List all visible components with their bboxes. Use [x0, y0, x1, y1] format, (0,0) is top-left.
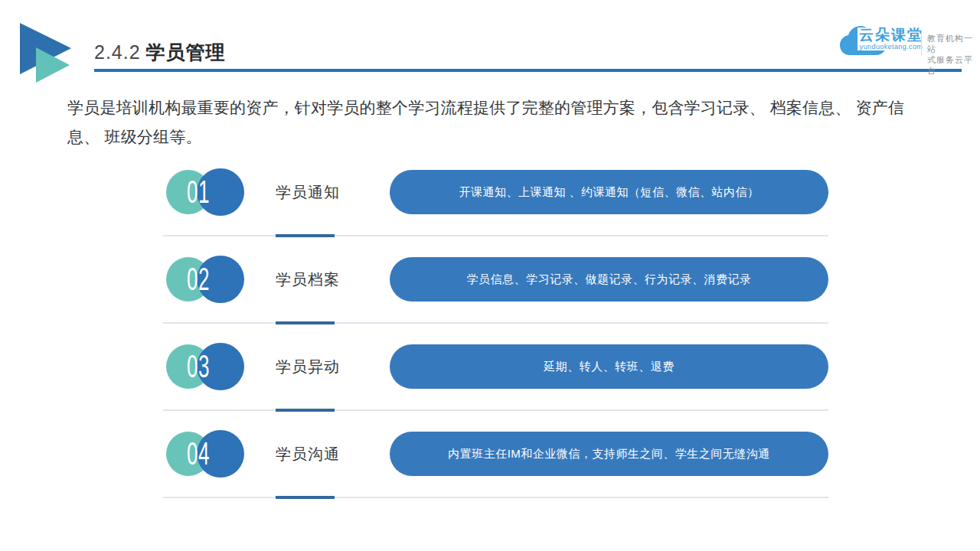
row-student-change: 03 学员异动 延期、转人、转班、退费	[163, 324, 828, 411]
title-underline	[94, 69, 962, 72]
number-badge: 01	[166, 168, 246, 217]
number-badge: 02	[166, 255, 246, 304]
row-detail-pill: 内置班主任IM和企业微信，支持师生之间、学生之间无缝沟通	[390, 432, 828, 476]
brand-wordmark: 云朵课堂 yunduoketang.com	[858, 28, 925, 51]
divider-accent	[276, 496, 335, 499]
section-number: 2.4.2	[94, 41, 141, 63]
row-detail-pill: 开课通知、上课通知 、约课通知（短信、微信、站内信）	[390, 170, 828, 214]
row-detail-pill: 学员信息、学习记录、做题记录、行为记录、消费记录	[390, 257, 828, 302]
row-label: 学员沟通	[276, 444, 355, 465]
row-student-communication: 04 学员沟通 内置班主任IM和企业微信，支持师生之间、学生之间无缝沟通	[163, 411, 828, 498]
row-label: 学员档案	[276, 269, 355, 290]
number-badge: 03	[166, 342, 246, 391]
brand-tagline-line1: 教育机构一站	[927, 33, 977, 54]
brand-name: 云朵课堂	[859, 28, 923, 43]
brand-tagline-line2: 式服务云平台	[927, 54, 977, 76]
section-title: 学员管理	[146, 41, 226, 63]
brand-logo: 云朵课堂 yunduoketang.com 教育机构一站 式服务云平台	[835, 21, 977, 61]
row-label: 学员通知	[276, 182, 355, 203]
feature-rows: 01 学员通知 开课通知、上课通知 、约课通知（短信、微信、站内信） 02 学员…	[163, 149, 828, 498]
row-number: 03	[183, 342, 214, 391]
brand-tagline: 教育机构一站 式服务云平台	[927, 33, 977, 76]
corner-triangles-logo	[18, 21, 74, 86]
page-title: 2.4.2学员管理	[94, 40, 226, 65]
number-badge: 04	[166, 429, 246, 478]
row-number: 04	[183, 429, 214, 478]
row-detail-pill: 延期、转人、转班、退费	[390, 344, 828, 389]
intro-paragraph: 学员是培训机构最重要的资产，针对学员的整个学习流程提供了完整的管理方案，包含学习…	[67, 93, 926, 152]
row-number: 01	[183, 168, 214, 217]
brand-domain: yunduoketang.com	[859, 43, 923, 51]
row-student-notice: 01 学员通知 开课通知、上课通知 、约课通知（短信、微信、站内信）	[163, 149, 828, 236]
row-number: 02	[183, 255, 214, 304]
brand-separator	[921, 31, 922, 55]
row-label: 学员异动	[276, 357, 355, 377]
row-student-archive: 02 学员档案 学员信息、学习记录、做题记录、行为记录、消费记录	[163, 236, 828, 324]
